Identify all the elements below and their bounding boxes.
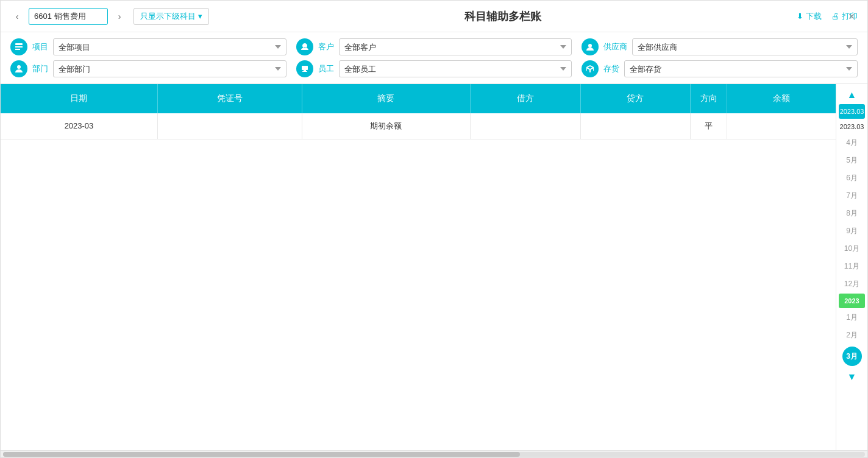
prev-account-btn[interactable]: ‹: [10, 10, 24, 23]
main-window: ‹ 6601 销售费用 › 只显示下级科目 ▾ 科目辅助多栏账 ⬇ 下载 🖨 打…: [0, 0, 868, 458]
scroll-thumb: [3, 452, 520, 457]
sidebar-item-5[interactable]: 5月: [836, 152, 867, 169]
sidebar-item-8[interactable]: 8月: [836, 205, 867, 222]
print-icon: 🖨: [831, 12, 839, 21]
page-title: 科目辅助多栏账: [214, 9, 792, 24]
sidebar-item-1[interactable]: 1月: [836, 309, 867, 326]
filter-supplier: 供应商 全部供应商: [582, 38, 858, 55]
supplier-select[interactable]: 全部供应商: [632, 38, 858, 55]
cell-summary: 期初余额: [302, 113, 471, 139]
filter-customer: 客户 全部客户: [296, 38, 572, 55]
bottom-scrollbar[interactable]: [1, 450, 867, 457]
sidebar-item-2023-03-1[interactable]: 2023.03: [839, 104, 865, 119]
cell-debit: [471, 113, 580, 139]
scroll-track: [3, 452, 865, 457]
col-direction: 方向: [691, 84, 727, 113]
sidebar-item-11[interactable]: 11月: [836, 258, 867, 275]
table-container: 日期 凭证号 摘要 借方 贷方 方向 余额 2023-03 期初余额: [1, 84, 867, 450]
filter-bar: 项目 全部项目 客户 全部客户 供应商 全部供应商: [1, 32, 867, 84]
supplier-icon: [582, 38, 599, 55]
employee-icon: [296, 60, 313, 77]
cell-date: 2023-03: [1, 113, 157, 139]
project-label: 项目: [32, 41, 48, 52]
right-sidebar: ▲ 2023.03 2023.03 4月 5月 6月 7月 8月 9月 10月 …: [836, 84, 867, 450]
svg-point-3: [588, 44, 592, 48]
col-summary: 摘要: [302, 84, 471, 113]
sidebar-item-6[interactable]: 6月: [836, 169, 867, 187]
cell-voucher: [157, 113, 302, 139]
download-btn[interactable]: ⬇ 下载: [797, 11, 822, 22]
supplier-label: 供应商: [603, 41, 627, 52]
inventory-label: 存货: [603, 63, 619, 74]
sidebar-item-7[interactable]: 7月: [836, 187, 867, 205]
cell-direction: 平: [691, 113, 727, 139]
department-label: 部门: [32, 63, 48, 74]
col-voucher: 凭证号: [157, 84, 302, 113]
account-code-box: 6601 销售费用: [29, 8, 108, 25]
download-icon: ⬇: [797, 12, 803, 21]
next-account-btn[interactable]: ›: [113, 10, 126, 23]
dropdown-icon: ▾: [198, 12, 202, 21]
sidebar-item-10[interactable]: 10月: [836, 240, 867, 258]
department-icon: [10, 60, 27, 77]
col-credit: 贷方: [580, 84, 690, 113]
top-bar: ‹ 6601 销售费用 › 只显示下级科目 ▾ 科目辅助多栏账 ⬇ 下载 🖨 打…: [1, 1, 867, 32]
filter-employee: 员工 全部员工: [296, 60, 572, 77]
sidebar-item-12[interactable]: 12月: [836, 275, 867, 293]
svg-rect-5: [302, 66, 308, 70]
close-btn[interactable]: ×: [843, 8, 860, 25]
download-label: 下载: [806, 11, 822, 22]
sidebar-down-btn[interactable]: ▼: [844, 368, 861, 386]
employee-label: 员工: [318, 63, 334, 74]
filter-inventory: 存货 全部存货: [582, 60, 858, 77]
inventory-icon: [582, 60, 599, 77]
main-content: 日期 凭证号 摘要 借方 贷方 方向 余额 2023-03 期初余额: [1, 84, 836, 450]
sidebar-item-year-2023[interactable]: 2023: [839, 294, 865, 308]
project-select[interactable]: 全部项目: [53, 38, 286, 55]
cell-credit: [580, 113, 690, 139]
sidebar-up-btn[interactable]: ▲: [844, 86, 861, 104]
customer-select[interactable]: 全部客户: [339, 38, 572, 55]
inventory-select[interactable]: 全部存货: [624, 60, 858, 77]
filter-department: 部门 全部部门: [10, 60, 286, 77]
employee-select[interactable]: 全部员工: [339, 60, 572, 77]
col-balance: 余额: [727, 84, 836, 113]
cell-balance: [727, 113, 836, 139]
svg-rect-2: [15, 49, 20, 50]
sidebar-item-4[interactable]: 4月: [836, 134, 867, 152]
svg-point-4: [17, 65, 21, 69]
account-code-label: 6601 销售费用: [34, 11, 86, 22]
sidebar-item-3[interactable]: 3月: [842, 347, 862, 366]
svg-rect-0: [15, 43, 23, 45]
only-sub-btn[interactable]: 只显示下级科目 ▾: [133, 8, 209, 25]
table-row: 2023-03 期初余额 平: [1, 113, 836, 139]
col-date: 日期: [1, 84, 157, 113]
filter-project: 项目 全部项目: [10, 38, 286, 55]
customer-icon: [296, 38, 313, 55]
ledger-table: 日期 凭证号 摘要 借方 贷方 方向 余额 2023-03 期初余额: [1, 84, 836, 139]
department-select[interactable]: 全部部门: [53, 60, 286, 77]
sidebar-item-9[interactable]: 9月: [836, 222, 867, 240]
svg-rect-1: [15, 46, 23, 48]
sidebar-item-2[interactable]: 2月: [836, 326, 867, 344]
project-icon: [10, 38, 27, 55]
customer-label: 客户: [318, 41, 334, 52]
sidebar-item-2023-03-2[interactable]: 2023.03: [836, 119, 867, 134]
col-debit: 借方: [471, 84, 580, 113]
only-sub-label: 只显示下级科目: [140, 11, 196, 22]
